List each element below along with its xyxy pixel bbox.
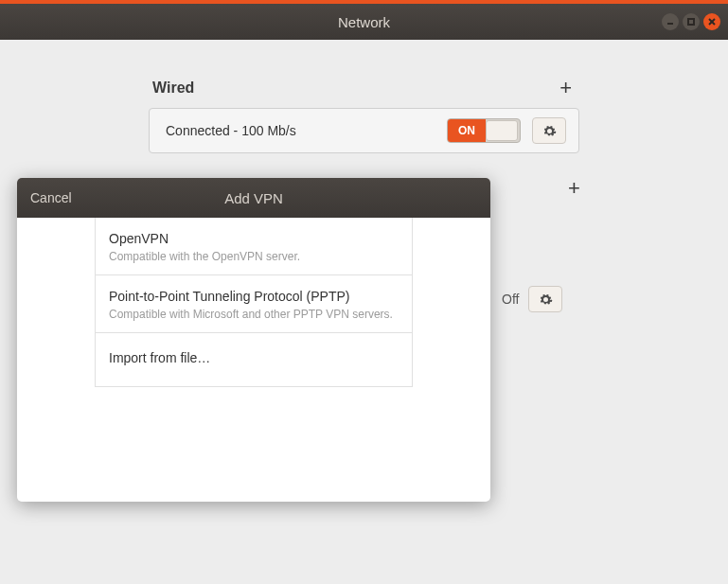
add-vpn-dialog: Cancel Add VPN OpenVPN Compatible with t… (17, 178, 490, 502)
vpn-option-title: OpenVPN (109, 231, 399, 246)
maximize-icon (686, 17, 696, 27)
proxy-off-label: Off (502, 292, 519, 307)
vpn-option-desc: Compatible with the OpenVPN server. (109, 250, 399, 263)
close-button[interactable] (703, 13, 720, 30)
wired-section-header: Wired + (149, 78, 579, 108)
dialog-header: Cancel Add VPN (17, 178, 490, 218)
gear-icon (542, 124, 557, 138)
toggle-knob (486, 120, 518, 141)
wired-section: Wired + Connected - 100 Mb/s ON (149, 78, 579, 153)
vpn-options-list: OpenVPN Compatible with the OpenVPN serv… (95, 218, 413, 387)
wired-connection-panel: Connected - 100 Mb/s ON (149, 108, 579, 153)
vpn-option-title: Import from file… (109, 350, 399, 365)
window-controls (662, 13, 720, 30)
vpn-option-title: Point-to-Point Tunneling Protocol (PPTP) (109, 289, 399, 304)
window-title: Network (338, 14, 390, 30)
minimize-icon (666, 17, 675, 27)
vpn-option-openvpn[interactable]: OpenVPN Compatible with the OpenVPN serv… (96, 218, 412, 275)
wired-toggle[interactable]: ON (447, 118, 521, 143)
wired-status-text: Connected - 100 Mb/s (166, 123, 435, 138)
vpn-option-pptp[interactable]: Point-to-Point Tunneling Protocol (PPTP)… (96, 275, 412, 333)
add-vpn-button[interactable]: + (564, 178, 584, 199)
add-wired-button[interactable]: + (556, 78, 576, 98)
minimize-button[interactable] (662, 13, 679, 30)
vpn-option-import[interactable]: Import from file… (96, 333, 412, 387)
maximize-button[interactable] (683, 13, 700, 30)
toggle-on-label: ON (448, 119, 486, 142)
gear-icon (539, 292, 553, 307)
proxy-row: Off (502, 286, 562, 312)
svg-rect-1 (688, 19, 694, 25)
wired-section-title: Wired (152, 80, 194, 97)
cancel-button[interactable]: Cancel (30, 190, 72, 205)
wired-settings-button[interactable] (532, 117, 566, 144)
vpn-option-desc: Compatible with Microsoft and other PPTP… (109, 308, 399, 321)
page-body: Wired + Connected - 100 Mb/s ON (0, 40, 728, 153)
dialog-title: Add VPN (224, 190, 283, 206)
proxy-settings-button[interactable] (528, 286, 562, 312)
close-icon (707, 17, 717, 27)
window-titlebar: Network (0, 4, 728, 40)
